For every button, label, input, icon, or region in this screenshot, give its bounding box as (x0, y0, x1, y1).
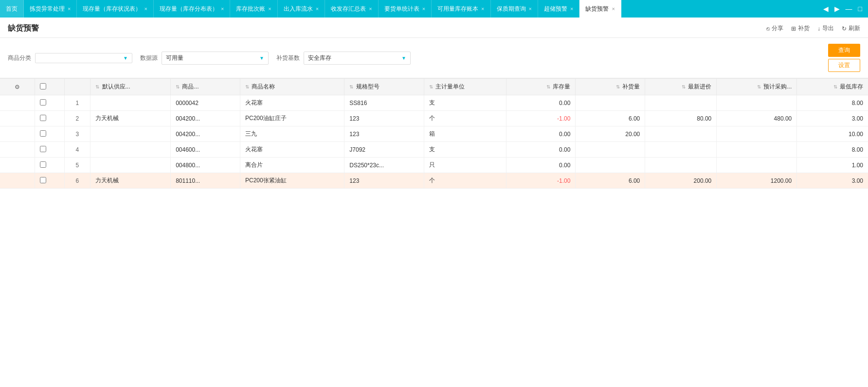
datasource-select[interactable]: 可用量 ▼ (162, 52, 269, 65)
row-num-3: 4 (64, 142, 90, 158)
close-tab-batch-account[interactable]: × (268, 6, 271, 12)
row-latest-price-2 (645, 126, 717, 142)
row-supplement-1: 6.00 (576, 111, 645, 126)
row-unit-0: 支 (424, 95, 506, 111)
gear-icon[interactable]: ⚙ (15, 84, 20, 90)
close-tab-overstock[interactable]: × (570, 6, 573, 12)
row-checkbox-cell (35, 95, 64, 111)
row-settings-cell (0, 173, 35, 189)
row-stock-5: -1.00 (506, 173, 576, 189)
row-checkbox-1[interactable] (40, 115, 46, 121)
row-latest-price-0 (645, 95, 717, 111)
tab-batch-account[interactable]: 库存批次账 × (230, 0, 277, 18)
row-est-purchase-4 (717, 158, 797, 173)
row-est-purchase-3 (717, 142, 797, 158)
tab-overstock[interactable]: 超储预警 × (538, 0, 579, 18)
page-title: 缺货预警 (8, 23, 39, 34)
row-checkbox-cell (35, 126, 64, 142)
share-button[interactable]: ⎋ 分享 (766, 24, 783, 33)
share-icon: ⎋ (766, 25, 770, 32)
minimize-button[interactable]: — (843, 4, 855, 14)
tab-stock-status[interactable]: 现存量（库存状况表） × (77, 0, 153, 18)
row-stock-1: -1.00 (506, 111, 576, 126)
row-supplement-5: 6.00 (576, 173, 645, 189)
tab-home[interactable]: 首页 (0, 0, 24, 18)
row-settings-cell (0, 111, 35, 126)
row-checkbox-3[interactable] (40, 146, 46, 152)
next-tab-button[interactable]: ▶ (832, 4, 843, 14)
stock-sort-icon[interactable]: ⇅ (546, 84, 550, 89)
unit-sort-icon[interactable]: ⇅ (429, 84, 433, 89)
row-stock-0: 0.00 (506, 95, 576, 111)
close-tab-expiry[interactable]: × (529, 6, 532, 12)
row-supplier-2 (90, 126, 171, 142)
close-tab-avail-ledger[interactable]: × (481, 6, 484, 12)
tab-stock-dist[interactable]: 现存量（库存分布表） × (154, 0, 230, 18)
close-tab-stock-status[interactable]: × (144, 6, 147, 12)
close-tab-inout-flow[interactable]: × (316, 6, 319, 12)
row-code-5: 801110... (171, 173, 240, 189)
maximize-button[interactable]: □ (855, 4, 865, 14)
row-name-1: PC200油缸庄子 (240, 111, 344, 126)
basis-select[interactable]: 安全库存 ▼ (304, 52, 411, 65)
row-latest-price-5: 200.00 (645, 173, 717, 189)
filter-area: 商品分类 ▼ 数据源 可用量 ▼ 补货基数 安全库存 ▼ 查询 设置 (0, 38, 868, 78)
row-latest-price-3 (645, 142, 717, 158)
col-header-supplier: ⇅ 默认供应... (90, 79, 171, 95)
row-checkbox-4[interactable] (40, 161, 46, 168)
row-num-1: 2 (64, 111, 90, 126)
name-sort-icon[interactable]: ⇅ (245, 84, 249, 89)
close-tab-req-stat[interactable]: × (422, 6, 425, 12)
select-all-checkbox[interactable] (40, 83, 46, 89)
basis-filter-group: 补货基数 安全库存 ▼ (276, 52, 411, 65)
export-button[interactable]: ↓ 导出 (817, 24, 834, 33)
row-name-2: 三九 (240, 126, 344, 142)
row-code-3: 004600... (171, 142, 240, 158)
supplement-sort-icon[interactable]: ⇅ (616, 84, 620, 89)
close-tab-stock-dist[interactable]: × (221, 6, 224, 12)
close-tab-shortage[interactable]: × (612, 6, 615, 12)
row-num-5: 6 (64, 173, 90, 189)
refresh-button[interactable]: ↻ 刷新 (842, 24, 860, 33)
col-header-stock: ⇅ 库存量 (506, 79, 576, 95)
top-nav: 首页 拣货异常处理 × 现存量（库存状况表） × 现存量（库存分布表） × 库存… (0, 0, 868, 18)
prev-tab-button[interactable]: ◀ (820, 4, 832, 14)
row-est-purchase-2 (717, 126, 797, 142)
tab-avail-ledger[interactable]: 可用量库存账本 × (432, 0, 490, 18)
query-button[interactable]: 查询 (828, 44, 860, 57)
row-checkbox-5[interactable] (40, 177, 46, 183)
col-header-unit: ⇅ 主计量单位 (424, 79, 506, 95)
row-spec-2: 123 (344, 126, 424, 142)
tab-inout-flow[interactable]: 出入库流水 × (278, 0, 325, 18)
supplier-sort-icon[interactable]: ⇅ (95, 84, 99, 89)
tab-req-stat[interactable]: 要货单统计表 × (379, 0, 432, 18)
latest-price-sort-icon[interactable]: ⇅ (682, 84, 686, 89)
row-unit-2: 箱 (424, 126, 506, 142)
col-header-supplement: ⇅ 补货量 (576, 79, 645, 95)
spec-sort-icon[interactable]: ⇅ (349, 84, 353, 89)
settings-button[interactable]: 设置 (828, 59, 860, 72)
row-stock-2: 0.00 (506, 126, 576, 142)
category-select[interactable]: ▼ (35, 53, 132, 63)
datasource-filter-group: 数据源 可用量 ▼ (140, 52, 269, 65)
supplement-button[interactable]: ⊞ 补货 (791, 24, 810, 33)
tab-shortage[interactable]: 缺货预警 × (579, 0, 621, 18)
row-checkbox-2[interactable] (40, 130, 46, 137)
export-icon: ↓ (817, 25, 820, 32)
row-name-3: 火花塞 (240, 142, 344, 158)
min-stock-sort-icon[interactable]: ⇅ (833, 84, 837, 89)
code-sort-icon[interactable]: ⇅ (176, 84, 180, 89)
row-checkbox-0[interactable] (40, 99, 46, 106)
close-tab-recv-summary[interactable]: × (369, 6, 372, 12)
basis-arrow-icon: ▼ (401, 55, 406, 61)
tab-recv-summary[interactable]: 收发存汇总表 × (325, 0, 378, 18)
est-purchase-sort-icon[interactable]: ⇅ (757, 84, 761, 89)
close-tab-abnormal[interactable]: × (68, 6, 71, 12)
col-header-spec: ⇅ 规格型号 (344, 79, 424, 95)
row-settings-cell (0, 142, 35, 158)
row-supplement-0 (576, 95, 645, 111)
row-code-0: 0000042 (171, 95, 240, 111)
row-min-stock-3: 8.00 (797, 142, 868, 158)
tab-abnormal[interactable]: 拣货异常处理 × (24, 0, 77, 18)
tab-expiry[interactable]: 保质期查询 × (491, 0, 538, 18)
